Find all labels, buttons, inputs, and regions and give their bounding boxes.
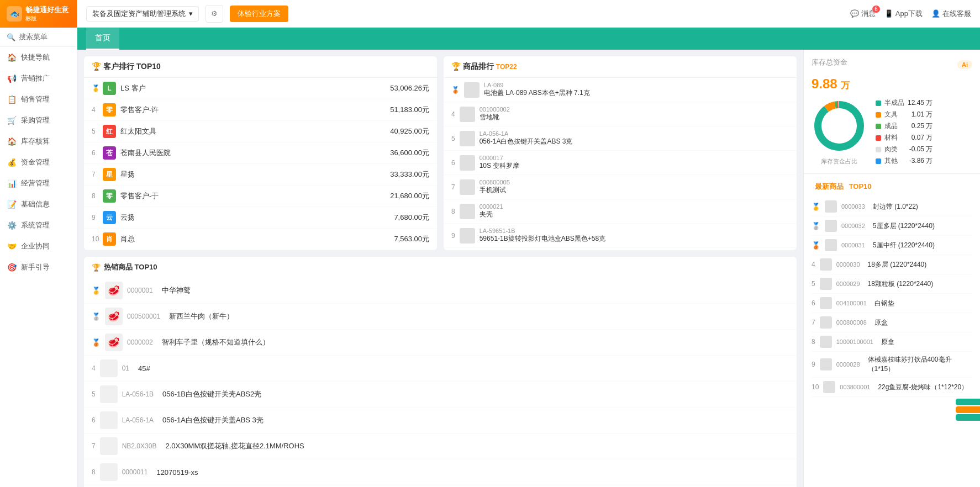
product-name: 原盒 (881, 337, 972, 347)
list-item: 6 004100001 白钢垫 (812, 294, 972, 313)
try-button[interactable]: 体验行业方案 (230, 6, 288, 22)
sidebar-item-system[interactable]: ⚙️ 系统管理 (0, 215, 77, 236)
rank-icon: 🥈 (92, 313, 101, 321)
customer-amount: 7,680.00元 (394, 213, 429, 223)
sidebar-item-purchase[interactable]: 🛒 采购管理 (0, 110, 77, 131)
list-item: 10 003800001 22g鱼豆腐-烧烤味（1*12*20） (812, 378, 972, 397)
product-name: 056-1B白色按键开关壳ABS2壳 (162, 389, 789, 399)
right-panel: 库存总资金 Ai 9.88 万 (803, 50, 980, 487)
product-thumbnail (460, 155, 475, 171)
sidebar-item-basic-info[interactable]: 📝 基础信息 (0, 194, 77, 215)
rank-number: 4 (812, 261, 815, 268)
online-service-button[interactable]: 👤 在线客服 (931, 9, 971, 19)
list-item: 6 LA-056-1A 056-1A白色按键开关盖ABS 3壳 (84, 407, 797, 433)
product-thumbnail (460, 204, 475, 219)
tab-home[interactable]: 首页 (86, 28, 119, 50)
inventory-title: 库存总资金 (812, 57, 847, 67)
content-area: 🏆 客户排行 TOP10 🥇 L LS 客户 53,006.26元 4 (77, 50, 980, 487)
product-name: 夹壳 (480, 210, 789, 219)
inventory-unit: 万 (841, 81, 850, 90)
marketing-icon: 📢 (7, 73, 17, 83)
customer-ranking-title: 🏆 客户排行 TOP10 (84, 56, 437, 78)
customer-amount: 33,333.00元 (390, 170, 429, 179)
sidebar-item-inventory[interactable]: 🏠 库存核算 (0, 131, 77, 152)
table-row: 8 零 零售客户-于 21,680.00元 (84, 186, 437, 207)
list-item: 5 LA-056-1B 056-1B白色按键开关壳ABS2壳 (84, 382, 797, 407)
product-thumbnail (825, 200, 837, 213)
operations-icon: 📊 (7, 178, 17, 188)
legend-value: 0.07 万 (911, 133, 933, 142)
table-row: 5 红 红太阳文具 40,925.00元 (84, 121, 437, 142)
customer-amount: 40,925.00元 (390, 126, 429, 136)
sidebar-item-marketing[interactable]: 📢 营销推广 (0, 68, 77, 89)
sidebar-item-guide[interactable]: 🎯 新手引导 (0, 257, 77, 278)
search-menu[interactable]: 🔍 搜索菜单 (0, 28, 77, 47)
sidebar-item-sales[interactable]: 📋 销售管理 (0, 89, 77, 110)
rank-number: 7 (451, 183, 455, 191)
list-item: 7 000800008 原盒 (812, 313, 972, 332)
legend-label: 成品 (884, 121, 908, 131)
customer-service-button[interactable]: 客服热线 (956, 399, 980, 405)
message-button[interactable]: 💬 消息 6 (850, 9, 876, 19)
new-products-section: 最新商品 TOP10 🥇 0000033 封边带 (1.0*22) 🥈 0000… (804, 174, 980, 405)
sidebar-item-quicknav[interactable]: 🏠 快捷导航 (0, 47, 77, 68)
rank-number: 8 (92, 192, 103, 200)
system-selector[interactable]: 装备及固定资产辅助管理系统 ▾ (86, 6, 199, 22)
customer-name: 星扬 (120, 170, 390, 179)
legend-value: -3.86 万 (909, 156, 933, 166)
rank-number: 9 (451, 232, 455, 240)
rank-number: 7 (812, 319, 815, 326)
service-community-button[interactable]: 服务社区 (956, 406, 980, 413)
finance-icon: 💰 (7, 157, 17, 167)
main-area: 装备及固定资产辅助管理系统 ▾ ⚙ 体验行业方案 💬 消息 6 📱 App下载 … (77, 0, 980, 487)
inventory-badge: Ai (957, 60, 972, 69)
rank-number: 10 (92, 235, 103, 243)
product-code: LA-056-1A (122, 416, 154, 424)
sidebar-item-label: 系统管理 (21, 220, 50, 230)
list-item: 4 01 45# (84, 356, 797, 382)
product-thumbnail (823, 381, 835, 393)
product-name: 45# (138, 364, 789, 373)
legend-dot (876, 112, 881, 118)
legend-dot (876, 100, 881, 106)
product-code: 0000030 (836, 261, 860, 268)
tab-home-label: 首页 (95, 33, 110, 43)
new-products-list: 🥇 0000033 封边带 (1.0*22) 🥈 0000032 5厘多层 (1… (812, 197, 972, 397)
header: 装备及固定资产辅助管理系统 ▾ ⚙ 体验行业方案 💬 消息 6 📱 App下载 … (77, 0, 980, 28)
rank-number: 7 (92, 171, 103, 178)
sales-icon: 📋 (7, 94, 17, 104)
product-thumbnail (100, 437, 118, 455)
product-code: 0000002 (127, 338, 153, 346)
table-row: 6 苍 苍南县人民医院 36,600.00元 (84, 142, 437, 164)
sidebar-item-operations[interactable]: 📊 经营管理 (0, 173, 77, 194)
rank-icon: 🥈 (812, 222, 820, 230)
product-code: 000800008 (836, 319, 867, 326)
table-row: 🥉 LA-089 电池盖 LA-089 ABS本色+黑种 7.1克 (444, 78, 797, 102)
product-thumbnail (820, 297, 832, 309)
table-row: 4 001000002 雪地靴 (444, 102, 797, 126)
app-download-button[interactable]: 📱 App下载 (884, 9, 923, 19)
customer-badge: 肖 (103, 232, 116, 246)
list-item: 5 0000029 18颗粒板 (1220*2440) (812, 274, 972, 294)
product-info: 001000002 雪地靴 (480, 106, 789, 122)
legend-dot (876, 135, 881, 141)
product-code: LA-59651-1B (480, 227, 789, 234)
sidebar-item-finance[interactable]: 💰 资金管理 (0, 152, 77, 173)
sidebar-item-enterprise[interactable]: 🤝 企业协同 (0, 236, 77, 257)
hot-products-title: 🏆 热销商品 TOP10 (84, 257, 797, 272)
sidebar-item-label: 新手引导 (21, 262, 50, 272)
rank-number: 4 (92, 364, 96, 372)
settings-button[interactable]: ⚙ (206, 5, 223, 23)
rank-number: 5 (451, 135, 455, 142)
product-thumbnail (100, 385, 118, 403)
live-button[interactable]: 直播 (956, 414, 980, 421)
list-item: 🥇 0000033 封边带 (1.0*22) (812, 197, 972, 216)
legend-label: 材料 (884, 133, 908, 142)
legend-dot (876, 158, 881, 164)
rank-icon: 🥇 (92, 287, 101, 295)
product-thumbnail (100, 463, 118, 481)
legend-item: 其他 -3.86 万 (876, 156, 932, 166)
logo-icon: 🐟 (7, 6, 22, 22)
table-row: 6 0000017 10S 变科罗摩 (444, 151, 797, 175)
product-name: 10S 变科罗摩 (480, 161, 789, 171)
